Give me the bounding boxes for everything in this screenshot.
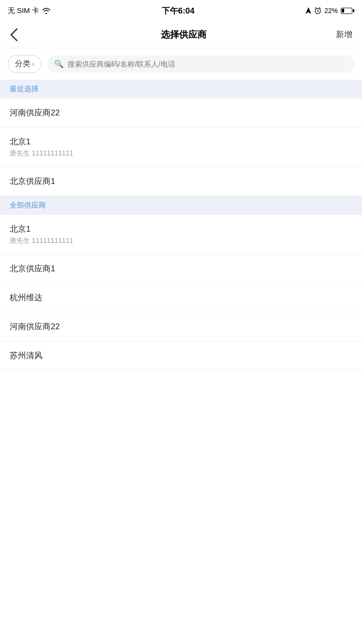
search-icon: 🔍 — [54, 59, 64, 69]
list-item[interactable]: 河南供应商22 — [0, 98, 362, 127]
list-item[interactable]: 北京1 唐先生 11111111111 — [0, 215, 362, 254]
list-item[interactable]: 河南供应商22 — [0, 312, 362, 341]
all-section-label: 全部供应商 — [10, 201, 46, 209]
status-time: 下午6:04 — [162, 5, 195, 16]
search-input-wrap[interactable]: 🔍 — [47, 56, 354, 72]
alarm-icon — [314, 7, 321, 14]
wifi-icon — [42, 7, 51, 14]
category-label: 分类 — [15, 59, 30, 69]
battery-icon — [341, 8, 354, 14]
all-items-list: 北京1 唐先生 11111111111 北京供应商1 杭州维达 河南供应商22 … — [0, 215, 362, 370]
location-icon — [306, 7, 311, 14]
status-carrier-wifi: 无 SIM 卡 — [8, 6, 51, 15]
recent-section-label: 最近选择 — [10, 84, 39, 93]
item-name: 苏州清风 — [10, 350, 352, 361]
new-button[interactable]: 新增 — [336, 29, 352, 40]
status-indicators: 22% — [306, 7, 354, 14]
item-name: 北京1 — [10, 136, 352, 147]
list-item[interactable]: 杭州维达 — [0, 283, 362, 312]
category-button[interactable]: 分类 › — [8, 55, 42, 73]
page-title: 选择供应商 — [161, 28, 207, 41]
item-name: 河南供应商22 — [10, 107, 352, 118]
item-name: 河南供应商22 — [10, 321, 352, 332]
item-subtitle: 唐先生 11111111111 — [10, 237, 352, 245]
recent-section-header: 最近选择 — [0, 80, 362, 98]
chevron-right-icon: › — [32, 61, 34, 68]
nav-bar: 选择供应商 新增 — [0, 21, 362, 48]
list-item[interactable]: 北京1 唐先生 11111111111 — [0, 127, 362, 167]
all-section-header: 全部供应商 — [0, 196, 362, 215]
item-name: 北京供应商1 — [10, 176, 352, 187]
search-input[interactable] — [68, 60, 348, 68]
list-item[interactable]: 苏州清风 — [0, 341, 362, 370]
battery-percent: 22% — [324, 7, 338, 14]
item-name: 北京1 — [10, 224, 352, 235]
carrier-text: 无 SIM 卡 — [8, 6, 39, 15]
list-item[interactable]: 北京供应商1 — [0, 254, 362, 283]
search-bar: 分类 › 🔍 — [0, 48, 362, 80]
status-bar: 无 SIM 卡 下午6:04 22% — [0, 0, 362, 21]
item-name: 北京供应商1 — [10, 263, 352, 274]
item-name: 杭州维达 — [10, 292, 352, 303]
list-item[interactable]: 北京供应商1 — [0, 167, 362, 196]
back-button[interactable] — [10, 28, 31, 42]
item-subtitle: 唐先生 11111111111 — [10, 149, 352, 158]
recent-items-list: 河南供应商22 北京1 唐先生 11111111111 北京供应商1 — [0, 98, 362, 196]
